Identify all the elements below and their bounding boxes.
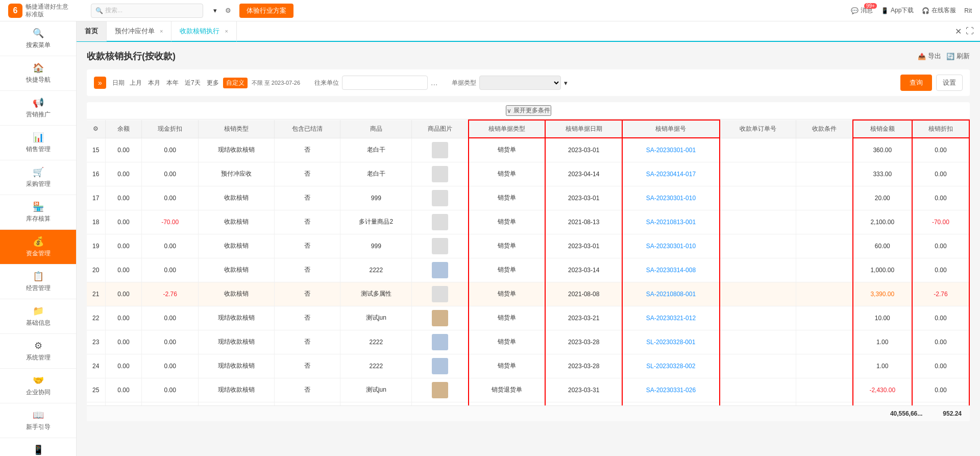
refresh-btn[interactable]: 🔄 刷新	[946, 52, 970, 61]
filter-party-input[interactable]	[342, 76, 428, 90]
td-include-settled: 否	[274, 402, 340, 405]
sidebar-item-basicinfo[interactable]: 📁 基础信息	[0, 299, 76, 334]
doc-no-link[interactable]: SA-20230301-010	[646, 243, 696, 250]
td-doc-no[interactable]: SL-20230328-002	[622, 354, 720, 378]
table-row: 16 0.00 0.00 预付冲应收 否 老白干 销货单 2023-04-14 …	[87, 162, 969, 186]
date-opt-7days[interactable]: 近7天	[183, 78, 203, 88]
td-id: 19	[87, 234, 105, 258]
tab-verify[interactable]: 收款核销执行 ×	[172, 21, 236, 42]
doc-no-link[interactable]: SA-20230301-001	[646, 147, 696, 154]
search-box[interactable]: 🔍 搜索...	[91, 4, 203, 18]
tab-close-prepaid[interactable]: ×	[160, 28, 163, 34]
app-download-action[interactable]: 📱 App下载	[881, 6, 914, 15]
doc-no-link[interactable]: SL-20230328-002	[646, 363, 695, 370]
sidebar-item-purchase[interactable]: 🛒 采购管理	[0, 160, 76, 195]
sidebar-item-management[interactable]: 📋 经营管理	[0, 265, 76, 299]
td-doc-type: 销货退货单	[469, 378, 545, 402]
date-opt-custom[interactable]: 自定义	[223, 78, 248, 88]
td-balance: 0.00	[105, 162, 142, 186]
goods-image	[432, 166, 448, 182]
doc-no-link[interactable]: SA-20210813-001	[646, 219, 696, 226]
td-doc-date: 2023-03-01	[545, 138, 622, 162]
sidebar-item-finance[interactable]: 💰 资金管理	[0, 230, 76, 265]
td-order-no	[720, 210, 796, 234]
filter-party-dots[interactable]: ...	[431, 78, 437, 87]
sidebar-item-nav[interactable]: 🏠 快捷导航	[0, 56, 76, 91]
td-doc-no[interactable]: SA-20230314-008	[622, 258, 720, 282]
doc-no-link[interactable]: SA-20230301-010	[646, 195, 696, 202]
online-service-action[interactable]: 🎧 在线客服	[922, 6, 956, 15]
date-opt-more[interactable]: 更多	[205, 78, 221, 88]
marketing-icon: 📢	[33, 97, 44, 108]
table-scroll[interactable]: ⚙ 余额 现金折扣 核销类型 包含已结清 商品 商品图片 核销单据类型 核销单据…	[87, 119, 970, 405]
sidebar-item-enterprise[interactable]: 🤝 企业协同	[0, 369, 76, 403]
td-doc-no[interactable]: SA-20230414-017	[622, 162, 720, 186]
td-discount: 0.00	[912, 306, 969, 330]
td-doc-no[interactable]: SA-20210808-001	[622, 282, 720, 306]
doc-no-link[interactable]: SA-20230414-017	[646, 171, 696, 178]
td-id: 17	[87, 186, 105, 210]
date-opt-this-month[interactable]: 本月	[146, 78, 162, 88]
th-settings[interactable]: ⚙	[87, 120, 105, 138]
th-payment-cond: 收款条件	[796, 120, 852, 138]
td-cash-discount: 0.00	[142, 378, 198, 402]
chevron-down-icon[interactable]: ▾	[213, 7, 217, 14]
sidebar-item-marketing[interactable]: 📢 营销推广	[0, 91, 76, 126]
td-discount: -70.00	[912, 210, 969, 234]
td-doc-no[interactable]: SA-20230321-012	[622, 306, 720, 330]
tab-close-verify[interactable]: ×	[225, 28, 228, 34]
sidebar-item-hardware[interactable]: 📱 智能硬件	[0, 438, 76, 456]
doc-no-link[interactable]: SL-20230328-001	[646, 339, 695, 346]
td-doc-no[interactable]: SA-20210813-001	[622, 210, 720, 234]
doc-no-link[interactable]: SA-20230314-008	[646, 267, 696, 274]
settings-icon[interactable]: ⚙	[223, 6, 233, 16]
sidebar-item-system[interactable]: ⚙ 系统管理	[0, 334, 76, 369]
td-doc-no[interactable]: SA-20230331-026	[622, 378, 720, 402]
sidebar-item-inventory[interactable]: 🏪 库存核算	[0, 195, 76, 230]
doc-no-link[interactable]: SA-20230331-026	[646, 387, 696, 394]
filter-doctype-select[interactable]	[479, 76, 561, 90]
td-doc-type: 销货单	[469, 306, 545, 330]
logo-text: 畅捷通谱好生意 标准版	[26, 3, 68, 18]
top-bar: 6 畅捷通谱好生意 标准版 🔍 搜索... ▾ ⚙ 体验行业方案 💬 消息 99…	[0, 0, 980, 21]
td-verify-type: 现结收款核销	[198, 354, 274, 378]
query-btn[interactable]: 查询	[900, 75, 932, 91]
td-verify-type: 收款核销	[198, 234, 274, 258]
table-row: 20 0.00 0.00 收款核销 否 2222 销货单 2023-03-14 …	[87, 258, 969, 282]
tab-prepaid[interactable]: 预付冲应付单 ×	[107, 21, 172, 41]
maximize-icon[interactable]: ⛶	[966, 27, 974, 36]
td-goods: 999	[340, 186, 412, 210]
td-doc-no[interactable]: ABC-001	[622, 402, 720, 405]
trial-btn[interactable]: 体验行业方案	[239, 4, 293, 18]
sidebar-item-guide[interactable]: 📖 新手引导	[0, 403, 76, 438]
filter-settings-btn[interactable]: 设置	[936, 75, 963, 91]
td-goods: 999	[340, 234, 412, 258]
goods-image	[432, 382, 448, 398]
doc-no-link[interactable]: SA-20230321-012	[646, 315, 696, 322]
tab-home[interactable]: 首页	[77, 21, 107, 41]
user-display[interactable]: Rit	[964, 7, 972, 14]
guide-icon: 📖	[33, 410, 44, 421]
td-goods: 老白干	[340, 162, 412, 186]
export-btn[interactable]: 📤 导出	[918, 52, 941, 61]
td-doc-no[interactable]: SL-20230328-001	[622, 330, 720, 354]
td-doc-no[interactable]: SA-20230301-010	[622, 186, 720, 210]
date-opt-this-year[interactable]: 本年	[164, 78, 181, 88]
sales-icon: 📊	[33, 132, 44, 143]
date-opt-last-month[interactable]: 上月	[128, 78, 144, 88]
top-bar-actions: 💬 消息 99+ 📱 App下载 🎧 在线客服 Rit	[851, 6, 972, 15]
sidebar-item-search[interactable]: 🔍 搜索菜单	[0, 21, 76, 56]
doc-no-link[interactable]: SA-20210808-001	[646, 291, 696, 298]
td-verify-type: 现结收款核销	[198, 306, 274, 330]
td-payment-cond	[796, 234, 852, 258]
th-goods-img: 商品图片	[412, 120, 469, 138]
td-doc-no[interactable]: SA-20230301-001	[622, 138, 720, 162]
td-doc-no[interactable]: SA-20230301-010	[622, 234, 720, 258]
filter-collapse-btn[interactable]: »	[94, 77, 106, 89]
messages-action[interactable]: 💬 消息 99+	[851, 6, 873, 15]
close-window-icon[interactable]: ✕	[955, 27, 962, 36]
footer-discount-value: 952.24	[943, 410, 962, 417]
expand-more-btn[interactable]: ∨ 展开更多条件	[506, 105, 551, 116]
date-hint: 不限 至 2023-07-26	[252, 79, 300, 87]
sidebar-item-sales[interactable]: 📊 销售管理	[0, 126, 76, 160]
